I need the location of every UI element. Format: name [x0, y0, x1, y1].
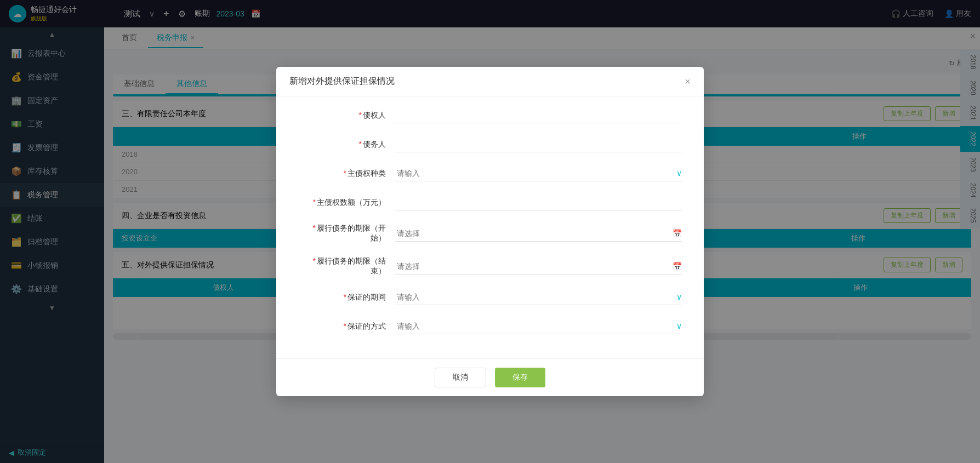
debt-period-end-label: *履行债务的期限（结束）	[298, 256, 386, 276]
guarantee-period-input[interactable]	[395, 289, 676, 305]
main-claim-amount-input[interactable]	[395, 195, 682, 210]
form-row-guarantee-method: *保证的方式 ∨	[298, 318, 682, 334]
modal-dialog: 新增对外提供保证担保情况 × *债权人 *债务人 *	[276, 67, 704, 396]
debt-period-end-date-wrapper: 📅	[395, 259, 682, 275]
form-row-guarantee-period: *保证的期间 ∨	[298, 289, 682, 305]
calendar-end-icon[interactable]: 📅	[673, 262, 682, 271]
modal-close-button[interactable]: ×	[685, 77, 691, 87]
form-row-debtor: *债务人	[298, 136, 682, 152]
guarantee-method-input[interactable]	[395, 318, 676, 334]
guarantee-period-select-wrapper: ∨	[395, 289, 682, 305]
form-row-debt-period-end: *履行债务的期限（结束） 📅	[298, 256, 682, 276]
save-button[interactable]: 保存	[495, 368, 545, 387]
debt-period-start-input[interactable]	[395, 226, 673, 241]
main-claim-type-input[interactable]	[395, 165, 676, 181]
modal-body: *债权人 *债务人 *主债权种类 ∨	[276, 96, 704, 358]
debtor-input[interactable]	[395, 136, 682, 152]
guarantee-method-label: *保证的方式	[298, 322, 386, 331]
guarantee-period-label: *保证的期间	[298, 293, 386, 302]
form-row-creditor: *债权人	[298, 107, 682, 123]
debt-period-end-input[interactable]	[395, 259, 673, 274]
main-claim-amount-label: *主债权数额（万元）	[298, 198, 386, 208]
modal-backdrop: 新增对外提供保证担保情况 × *债权人 *债务人 *	[0, 0, 980, 463]
guarantee-method-select-wrapper: ∨	[395, 318, 682, 334]
main-claim-type-label: *主债权种类	[298, 169, 386, 179]
form-row-debt-period-start: *履行债务的期限（开始） 📅	[298, 224, 682, 243]
guarantee-period-arrow-icon[interactable]: ∨	[676, 293, 682, 301]
form-row-main-claim-amount: *主债权数额（万元）	[298, 195, 682, 210]
debtor-label: *债务人	[298, 140, 386, 150]
main-claim-type-arrow-icon[interactable]: ∨	[676, 169, 682, 178]
guarantee-method-arrow-icon[interactable]: ∨	[676, 322, 682, 330]
main-claim-type-select-wrapper: ∨	[395, 165, 682, 181]
debt-period-start-label: *履行债务的期限（开始）	[298, 224, 386, 243]
debt-period-start-date-wrapper: 📅	[395, 226, 682, 242]
form-row-main-claim-type: *主债权种类 ∨	[298, 165, 682, 181]
modal-footer: 取消 保存	[276, 358, 704, 396]
creditor-input[interactable]	[395, 107, 682, 123]
creditor-label: *债权人	[298, 111, 386, 121]
modal-header: 新增对外提供保证担保情况 ×	[276, 67, 704, 96]
calendar-start-icon[interactable]: 📅	[673, 229, 682, 238]
modal-title: 新增对外提供保证担保情况	[289, 76, 395, 87]
cancel-button[interactable]: 取消	[435, 368, 486, 387]
